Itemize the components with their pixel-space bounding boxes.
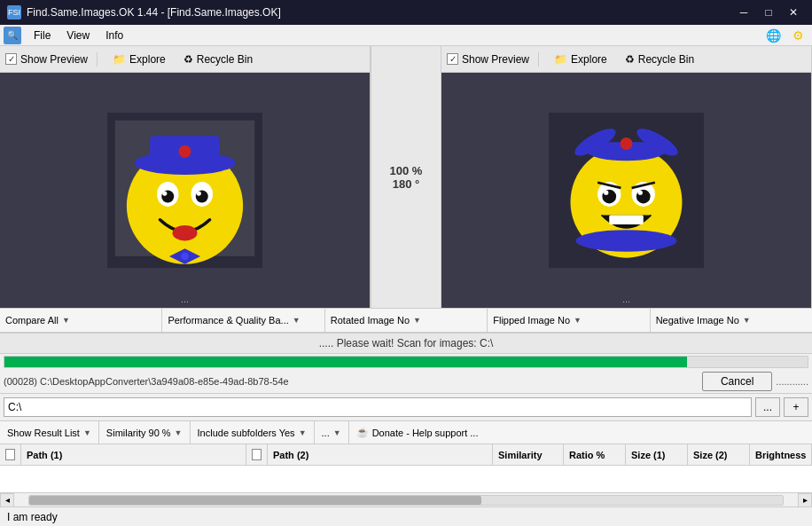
hscroll[interactable]: ◂ ▸ bbox=[0, 492, 812, 506]
th-path1[interactable]: Path (1) bbox=[21, 444, 246, 465]
select-all-checkbox[interactable] bbox=[5, 449, 15, 460]
progress-dots: ............ bbox=[776, 376, 808, 387]
th-path2[interactable]: Path (2) bbox=[268, 444, 493, 465]
progress-area: (00028) C:\DesktopAppConverter\3a949a08-… bbox=[0, 354, 812, 394]
minimize-button[interactable]: ─ bbox=[732, 4, 755, 21]
similarity-arrow: ▼ bbox=[175, 428, 183, 437]
titlebar: FSI Find.Same.Images.OK 1.44 - [Find.Sam… bbox=[0, 0, 812, 25]
settings-icon[interactable]: ⚙ bbox=[787, 27, 808, 44]
compare-all-dropdown[interactable]: Compare All ▼ bbox=[0, 309, 162, 332]
menubar-right: 🌐 ⚙ bbox=[762, 27, 808, 44]
svg-point-29 bbox=[604, 191, 608, 195]
right-explore-button[interactable]: 📁 Explore bbox=[548, 51, 613, 68]
svg-point-17 bbox=[576, 230, 677, 252]
app-icon: FSI bbox=[7, 5, 21, 20]
left-preview-canvas: ... bbox=[0, 73, 370, 308]
performance-label: Performance & Quality Ba... bbox=[168, 315, 288, 326]
app-menu-icon: 🔍 bbox=[4, 27, 21, 44]
left-show-preview-label[interactable]: Show Preview bbox=[5, 53, 88, 66]
main-area: Show Preview 📁 Explore ♻ Recycle Bin bbox=[0, 46, 812, 526]
sep2 bbox=[538, 52, 539, 67]
th-ratio[interactable]: Ratio % bbox=[564, 444, 626, 465]
maximize-button[interactable]: □ bbox=[757, 4, 780, 21]
folder-icon: 📁 bbox=[113, 53, 126, 66]
right-show-preview-label[interactable]: Show Preview bbox=[447, 53, 529, 66]
svg-point-12 bbox=[173, 225, 198, 241]
path-input[interactable] bbox=[4, 397, 752, 417]
titlebar-left: FSI Find.Same.Images.OK 1.44 - [Find.Sam… bbox=[7, 5, 281, 20]
left-show-preview-text: Show Preview bbox=[20, 53, 88, 66]
file-menu[interactable]: File bbox=[27, 27, 58, 43]
center-info: 100 % 180 ° bbox=[371, 46, 441, 308]
negative-dropdown[interactable]: Negative Image No ▼ bbox=[651, 309, 812, 332]
subfolders-dropdown[interactable]: Include subfolders Yes ▼ bbox=[191, 421, 315, 444]
similarity-dropdown[interactable]: Similarity 90 % ▼ bbox=[99, 421, 191, 444]
negative-arrow: ▼ bbox=[743, 316, 751, 325]
table-body bbox=[0, 466, 812, 492]
hscroll-thumb[interactable] bbox=[29, 496, 481, 505]
subfolders-arrow: ▼ bbox=[299, 428, 307, 437]
info-menu[interactable]: Info bbox=[98, 27, 130, 43]
svg-point-5 bbox=[179, 145, 191, 158]
th-similarity[interactable]: Similarity bbox=[493, 444, 564, 465]
view-menu[interactable]: View bbox=[59, 27, 97, 43]
progress-bar-fill bbox=[4, 357, 687, 367]
compare-all-arrow: ▼ bbox=[62, 316, 70, 325]
zoom-percent: 100 % bbox=[390, 164, 423, 177]
hscroll-left-arrow[interactable]: ◂ bbox=[0, 493, 14, 507]
hscroll-track bbox=[28, 495, 784, 506]
left-recycle-button[interactable]: ♻ Recycle Bin bbox=[177, 51, 259, 68]
show-result-label: Show Result List bbox=[7, 428, 80, 438]
extra-options-dropdown[interactable]: ... ▼ bbox=[315, 421, 349, 444]
left-ellipsis: ... bbox=[181, 294, 189, 304]
cancel-button[interactable]: Cancel bbox=[702, 372, 772, 391]
right-recycle-button[interactable]: ♻ Recycle Bin bbox=[619, 51, 700, 68]
compare-all-label: Compare All bbox=[5, 315, 59, 326]
close-button[interactable]: ✕ bbox=[782, 4, 805, 21]
svg-point-14 bbox=[181, 253, 189, 261]
extra-dots-arrow: ▼ bbox=[333, 428, 341, 437]
flipped-dropdown[interactable]: Flipped Image No ▼ bbox=[488, 309, 650, 332]
select-all2-checkbox[interactable] bbox=[252, 449, 262, 460]
rotated-dropdown[interactable]: Rotated Image No ▼ bbox=[325, 309, 488, 332]
help-icon[interactable]: 🌐 bbox=[762, 27, 784, 44]
progress-file-text: (00028) C:\DesktopAppConverter\3a949a08-… bbox=[4, 376, 699, 387]
svg-point-30 bbox=[638, 191, 643, 195]
flipped-arrow: ▼ bbox=[574, 316, 582, 325]
extra-dots-label: ... bbox=[322, 428, 330, 438]
titlebar-controls: ─ □ ✕ bbox=[732, 4, 805, 21]
svg-point-11 bbox=[197, 191, 201, 195]
th-check2[interactable] bbox=[246, 444, 268, 465]
subfolders-label: Include subfolders Yes bbox=[198, 428, 295, 438]
progress-file-row: (00028) C:\DesktopAppConverter\3a949a08-… bbox=[0, 370, 812, 393]
th-size1[interactable]: Size (1) bbox=[626, 444, 688, 465]
status-line: I am ready bbox=[0, 506, 812, 526]
table-header: Path (1) Path (2) Similarity Ratio % Siz… bbox=[0, 444, 812, 466]
right-show-preview-checkbox[interactable] bbox=[447, 53, 458, 65]
left-image bbox=[103, 113, 267, 268]
th-brightness[interactable]: Brightness bbox=[750, 444, 812, 465]
similarity-label: Similarity 90 % bbox=[106, 428, 171, 438]
folder-icon-right: 📁 bbox=[554, 53, 567, 66]
th-check1[interactable] bbox=[0, 444, 21, 465]
rotated-arrow: ▼ bbox=[413, 316, 421, 325]
left-show-preview-checkbox[interactable] bbox=[5, 53, 17, 65]
sep1 bbox=[97, 52, 98, 67]
right-image bbox=[544, 113, 708, 268]
show-result-dropdown[interactable]: Show Result List ▼ bbox=[0, 421, 99, 444]
hscroll-right-arrow[interactable]: ▸ bbox=[798, 493, 812, 507]
path-row: ... + bbox=[0, 394, 812, 421]
performance-dropdown[interactable]: Performance & Quality Ba... ▼ bbox=[162, 309, 324, 332]
svg-point-22 bbox=[621, 137, 633, 150]
right-preview-toolbar: Show Preview 📁 Explore ♻ Recycle Bin bbox=[441, 46, 811, 73]
path-add-button[interactable]: + bbox=[784, 397, 808, 417]
window-title: Find.Same.Images.OK 1.44 - [Find.Same.Im… bbox=[27, 6, 281, 19]
donate-button[interactable]: ☕ Donate - Help support ... bbox=[349, 425, 486, 440]
left-preview-toolbar: Show Preview 📁 Explore ♻ Recycle Bin bbox=[0, 46, 370, 73]
left-explore-button[interactable]: 📁 Explore bbox=[106, 51, 172, 68]
th-size2[interactable]: Size (2) bbox=[688, 444, 750, 465]
path-browse-button[interactable]: ... bbox=[755, 397, 780, 417]
result-controls-row: Show Result List ▼ Similarity 90 % ▼ Inc… bbox=[0, 421, 812, 444]
performance-arrow: ▼ bbox=[293, 316, 301, 325]
preview-row: Show Preview 📁 Explore ♻ Recycle Bin bbox=[0, 46, 812, 308]
